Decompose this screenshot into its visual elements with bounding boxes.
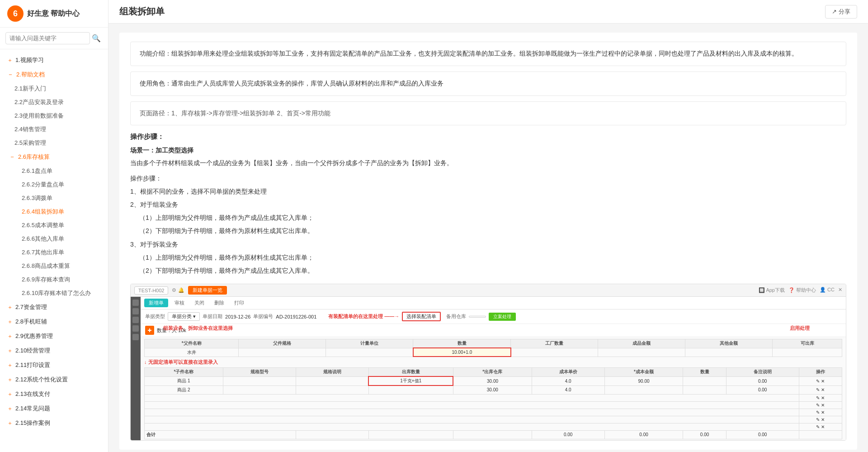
ss-tab-close[interactable]: 关闭: [191, 299, 208, 307]
steps-intro: 操作步骤：: [130, 173, 846, 184]
ss-col-cost-amt: *成本金额: [604, 368, 683, 377]
sidebar-item-print-label: 2.11打印设置: [15, 361, 50, 369]
ss-col-remark: 备注说明: [726, 368, 799, 377]
sidebar-item-docs[interactable]: － 2.帮助文档: [0, 67, 108, 82]
sidebar-item-269[interactable]: 2.6.9库存账本查询: [0, 273, 108, 286]
ss-cell-product-amt: [598, 348, 685, 357]
ss-child-ops-1[interactable]: ✎ ✕: [799, 376, 842, 385]
ss-child-outwh-2: 30.00: [453, 385, 532, 394]
sidebar-item-coupon[interactable]: ＋ 2.9优惠券管理: [0, 329, 108, 343]
ss-field-type-val[interactable]: 单据分类 ▾: [168, 312, 200, 321]
search-bar: 🔍: [0, 28, 108, 49]
ss-btn-select-bom[interactable]: 选择装配清单: [402, 312, 441, 321]
sidebar-item-purchase[interactable]: 2.5采购管理: [0, 136, 108, 150]
sidebar-item-267-label: 2.6.7其他出库单: [22, 248, 64, 257]
step2-1: （1）上部明细为父件明细，最终作为产成品生成其它入库单；: [130, 212, 846, 224]
steps-label: 操作步骤：: [130, 133, 846, 141]
sidebar-item-inventory[interactable]: － 2.6库存核算: [0, 150, 108, 164]
sidebar-item-money[interactable]: ＋ 2.7资金管理: [0, 300, 108, 314]
sidebar-item-ops[interactable]: ＋ 2.10经营管理: [0, 343, 108, 358]
sidebar-item-261[interactable]: 2.6.1盘点单: [0, 164, 108, 178]
ss-strip-icon5: [132, 334, 139, 340]
share-icon: ↗: [832, 8, 837, 15]
sidebar-item-266[interactable]: 2.6.6其他入库单: [0, 232, 108, 246]
ss-type-icon: [145, 326, 154, 335]
ss-col-qty: 数量: [413, 339, 511, 348]
table-row: ✎ ✕: [145, 394, 842, 401]
ss-strip-icon2: [132, 308, 139, 314]
ss-child-remark-1: 0.00: [726, 376, 799, 385]
sidebar-item-2610[interactable]: 2.6.10库存账本错了怎么办: [0, 286, 108, 300]
sidebar-item-video[interactable]: ＋ 1.视频学习: [0, 53, 108, 67]
ss-tab-print[interactable]: 打印: [231, 299, 248, 307]
ss-cell-other-amt: [685, 348, 773, 357]
sidebar-item-268[interactable]: 2.6.8商品成本重算: [0, 259, 108, 273]
table-row: 水井 10.00+1.0: [145, 348, 842, 357]
sidebar-item-mobile[interactable]: ＋ 2.8手机旺辅: [0, 314, 108, 329]
ss-tab-delete[interactable]: 删除: [211, 299, 228, 307]
ss-cell-out: [773, 348, 842, 357]
share-button[interactable]: ↗ 分享: [825, 5, 857, 19]
ss-right-icons: 🔲 App下载 ❓ 帮助中心 👤 CC ✕: [759, 287, 842, 294]
ss-col-spec-desc: 规格说明: [296, 368, 368, 377]
logo-text: 好生意 帮助中心: [27, 9, 80, 19]
sidebar-item-262[interactable]: 2.6.2分量盘点单: [0, 178, 108, 191]
ss-child-remark-2: 0.00: [726, 385, 799, 394]
step2: 2、对于组装业务: [130, 199, 846, 210]
sidebar-item-263[interactable]: 2.6.3调拨单: [0, 191, 108, 205]
sidebar-item-265[interactable]: 2.6.5成本调整单: [0, 219, 108, 232]
sidebar-item-faq-label: 2.14常见问题: [15, 404, 50, 413]
ss-btn-confirm[interactable]: 立案处理: [489, 313, 516, 321]
sidebar-item-sales[interactable]: 2.4销售管理: [0, 123, 108, 136]
sidebar-item-cases-label: 2.15操作案例: [15, 419, 50, 427]
sidebar-item-data[interactable]: 2.3使用前数据准备: [0, 109, 108, 123]
sidebar-item-268-label: 2.6.8商品成本重算: [22, 262, 70, 270]
sidebar-item-267[interactable]: 2.6.7其他出库单: [0, 246, 108, 259]
ss-col-cost-price: 成本单价: [532, 368, 604, 377]
ss-annotation1: 有装配清单的在这里处理 ——→: [328, 313, 399, 320]
ss-user-icon: 👤 CC: [820, 287, 835, 294]
ss-child-name-1: 商品 1: [145, 376, 223, 385]
ss-child-outqty-1[interactable]: 1千克+值1: [368, 376, 453, 385]
sidebar-item-newbie[interactable]: 2.1新手入门: [0, 82, 108, 95]
plus-icon-cases: ＋: [7, 419, 13, 427]
sidebar-item-269-label: 2.6.9库存账本查询: [22, 276, 70, 284]
content-wrapper: 功能介绍：组装拆卸单用来处理企业组装或拆卸等加工业务，支持有固定装配清单的产品加…: [119, 33, 857, 450]
ss-col-product-amt: 成品金额: [598, 339, 685, 348]
sidebar-item-cases[interactable]: ＋ 2.15操作案例: [0, 416, 108, 430]
sidebar-item-pay[interactable]: ＋ 2.13在线支付: [0, 387, 108, 401]
ss-cell-qty[interactable]: 10.00+1.0: [413, 348, 511, 357]
sidebar: 6 好生意 帮助中心 🔍 ＋ 1.视频学习 － 2.帮助文档 2.1新手入门 2…: [0, 0, 108, 452]
sidebar-item-264-label: 2.6.4组装拆卸单: [22, 208, 64, 216]
ss-child-qty2-2: [683, 385, 726, 394]
sidebar-item-install[interactable]: 2.2产品安装及登录: [0, 95, 108, 109]
ss-child-ops-2[interactable]: ✎ ✕: [799, 385, 842, 394]
plus-icon-ops: ＋: [7, 347, 13, 355]
ss-field-wh-input[interactable]: [469, 316, 486, 318]
ss-child-spec-1: [223, 376, 296, 385]
sidebar-item-faq[interactable]: ＋ 2.14常见问题: [0, 401, 108, 416]
sidebar-item-sales-label: 2.4销售管理: [14, 125, 46, 133]
sidebar-item-mobile-label: 2.8手机旺辅: [15, 318, 47, 326]
search-input[interactable]: [5, 32, 90, 44]
sidebar-item-264[interactable]: 2.6.4组装拆卸单: [0, 205, 108, 219]
ss-tab-audit[interactable]: 审核: [171, 299, 188, 307]
ss-field-date-label: 单据日期: [203, 313, 222, 320]
path-block: 页面路径：1、库存核算->库存管理->组装拆卸单 2、首页->常用功能: [130, 101, 846, 126]
step1: 1、根据不同的业务，选择不同单据的类型来处理: [130, 186, 846, 197]
ss-help-icon: ❓ 帮助中心: [788, 287, 816, 294]
sidebar-item-print[interactable]: ＋ 2.11打印设置: [0, 358, 108, 372]
ss-close-icon[interactable]: ✕: [838, 287, 842, 294]
ss-col-child-name: *子件名称: [145, 368, 223, 377]
ss-child-name-2: 商品 2: [145, 385, 223, 394]
sidebar-item-262-label: 2.6.2分量盘点单: [22, 181, 64, 189]
sidebar-item-265-label: 2.6.5成本调整单: [22, 221, 64, 229]
sidebar-item-263-label: 2.6.3调拨单: [22, 194, 52, 202]
ss-tab-new[interactable]: 新增单: [144, 299, 168, 307]
search-button[interactable]: 🔍: [90, 34, 103, 43]
ss-new-btn[interactable]: 新建单据一览: [188, 286, 227, 295]
sidebar-item-personal[interactable]: ＋ 2.12系统个性化设置: [0, 372, 108, 387]
sidebar-item-personal-label: 2.12系统个性化设置: [15, 376, 68, 384]
ss-annotation4-area: ↓ 无固定清单可以直接在这里录入: [141, 359, 846, 366]
sidebar-item-data-label: 2.3使用前数据准备: [14, 112, 64, 120]
